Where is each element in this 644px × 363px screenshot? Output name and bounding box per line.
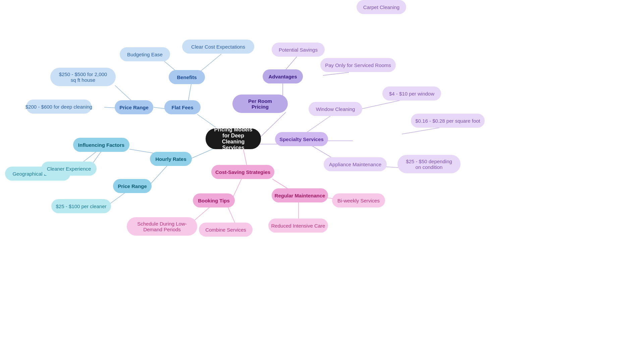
center-node: Pricing Models for Deep Cleaning Service… <box>206 128 261 149</box>
cost-saving-node: Cost-Saving Strategies <box>211 165 274 179</box>
price-250-node: $250 - $500 for 2,000 sq ft house <box>50 68 116 86</box>
win-price-node: $4 - $10 per window <box>382 86 441 101</box>
svg-line-23 <box>402 128 439 134</box>
cleaner-exp-node: Cleaner Experience <box>41 162 97 176</box>
booking-tips-node: Booking Tips <box>193 193 235 207</box>
svg-line-27 <box>228 207 235 223</box>
svg-line-17 <box>149 163 170 186</box>
flat-fees-node: Flat Fees <box>164 100 201 114</box>
svg-line-22 <box>357 100 401 110</box>
price-200-node: $200 - $600 for deep cleaning <box>26 100 92 114</box>
window-node: Window Cleaning <box>309 102 362 116</box>
svg-line-13 <box>323 72 349 75</box>
hourly-rates-node: Hourly Rates <box>150 152 192 166</box>
carpet-node: Carpet Cleaning <box>357 0 406 14</box>
per-room-node: Per Room Pricing <box>232 95 288 113</box>
carpet-price-node: $0.16 - $0.28 per square foot <box>411 114 485 128</box>
potential-savings-node: Potential Savings <box>272 43 325 57</box>
benefits-node: Benefits <box>169 70 205 84</box>
advantages-node: Advantages <box>263 69 303 83</box>
svg-line-8 <box>198 54 221 73</box>
pay-only-node: Pay Only for Serviced Rooms <box>320 58 396 72</box>
reduced-node: Reduced Intensive Care <box>268 219 328 233</box>
price-range-hr-node: Price Range <box>113 179 152 193</box>
price-range-flat-node: Price Range <box>115 100 153 114</box>
influencing-node: Influencing Factors <box>73 138 129 152</box>
budgeting-ease-node: Budgeting Ease <box>120 47 170 61</box>
biweekly-node: Bi-weekly Services <box>332 193 385 207</box>
app-price-node: $25 - $50 depending on condition <box>397 155 461 173</box>
specialty-node: Specialty Services <box>275 132 328 146</box>
combine-node: Combine Services <box>199 223 253 237</box>
price-25-node: $25 - $100 per cleaner <box>51 199 111 213</box>
regular-maint-node: Regular Maintenance <box>272 188 328 202</box>
appliance-node: Appliance Maintenance <box>324 157 387 171</box>
schedule-node: Schedule During Low-Demand Periods <box>127 217 197 236</box>
clear-cost-node: Clear Cost Expectations <box>182 40 254 54</box>
